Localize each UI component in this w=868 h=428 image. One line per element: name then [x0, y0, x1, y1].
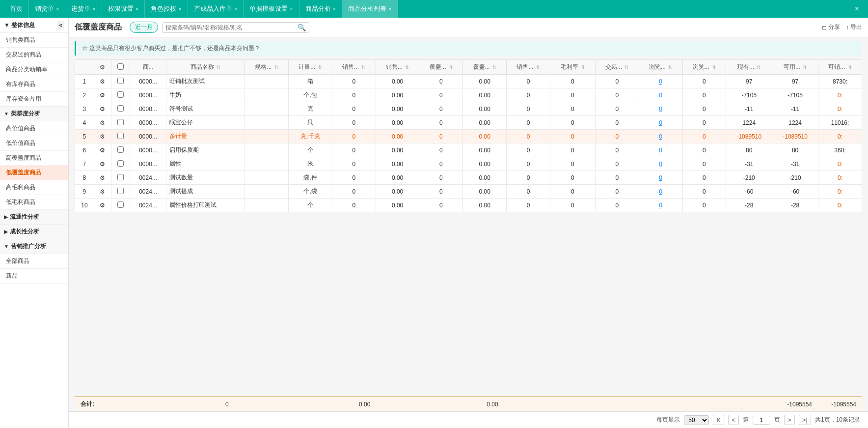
- sidebar-section-3[interactable]: ▶ 成长性分析: [0, 225, 68, 239]
- table-row[interactable]: 10⚙0024...属性价格打印测试个00.0000.0000000-28-28…: [75, 199, 862, 212]
- nav-close-icon[interactable]: ×: [136, 6, 138, 12]
- sidebar-section-4[interactable]: ▼ 营销推广分析: [0, 239, 68, 254]
- sidebar-item-全部商品[interactable]: 全部商品: [0, 254, 68, 269]
- settings-icon[interactable]: ⚙: [100, 188, 105, 195]
- nav-item-单据模板设置[interactable]: 单据模板设置 ×: [244, 0, 299, 18]
- share-button[interactable]: ⊏ 分享: [822, 23, 840, 31]
- table-row[interactable]: 7⚙0000...属性米00.0000.0000000-31-310:: [75, 157, 862, 171]
- row-checkbox[interactable]: [117, 174, 124, 180]
- nav-close-icon[interactable]: ×: [56, 6, 59, 12]
- col-header-spec[interactable]: 规格... ⇅: [245, 60, 289, 75]
- sidebar-item-交易过的商品[interactable]: 交易过的商品: [0, 48, 68, 62]
- nav-close-icon[interactable]: ×: [290, 6, 293, 12]
- row-checkbox[interactable]: [117, 133, 124, 139]
- last-page-button[interactable]: >|: [799, 415, 811, 425]
- cell-view1[interactable]: 0: [639, 157, 682, 171]
- sidebar-item-新品[interactable]: 新品: [0, 269, 68, 284]
- table-row[interactable]: 8⚙0024...测试数量袋,件00.0000.0000000-210-2100…: [75, 171, 862, 185]
- row-checkbox[interactable]: [117, 188, 124, 194]
- col-header-current_stock[interactable]: 现有... ⇅: [726, 60, 772, 75]
- sidebar-item-高价值商品[interactable]: 高价值商品: [0, 121, 68, 136]
- col-header-checkbox[interactable]: [111, 60, 130, 75]
- search-input[interactable]: [165, 24, 298, 31]
- first-page-button[interactable]: K: [713, 415, 724, 425]
- col-header-cover1[interactable]: 覆盖... ⇅: [419, 60, 463, 75]
- col-header-code[interactable]: 商...: [130, 60, 166, 75]
- settings-icon[interactable]: ⚙: [100, 78, 105, 85]
- sidebar-item-高毛利商品[interactable]: 高毛利商品: [0, 180, 68, 195]
- sidebar-item-高覆盖度商品[interactable]: 高覆盖度商品: [0, 151, 68, 166]
- select-all-checkbox[interactable]: [117, 63, 124, 70]
- col-header-view1[interactable]: 浏览... ⇅: [639, 60, 682, 75]
- row-checkbox[interactable]: [117, 146, 124, 153]
- sidebar-section-1[interactable]: ▼ 类群度分析: [0, 107, 68, 121]
- sidebar-collapse-button[interactable]: «: [57, 21, 64, 29]
- cell-view1[interactable]: 0: [639, 102, 682, 116]
- prev-page-button[interactable]: <: [728, 415, 739, 425]
- cell-view1[interactable]: 0: [639, 116, 682, 130]
- col-header-unit[interactable]: 计量... ⇅: [288, 60, 332, 75]
- col-header-gross_margin[interactable]: 毛利率 ⇅: [550, 60, 596, 75]
- cell-view1[interactable]: 0: [639, 171, 682, 185]
- col-header-name[interactable]: 商品名称 ⇅: [166, 60, 245, 75]
- row-checkbox[interactable]: [117, 119, 124, 125]
- settings-icon[interactable]: ⚙: [100, 161, 105, 168]
- settings-icon[interactable]: ⚙: [100, 119, 105, 126]
- col-header-sales_qty[interactable]: 销售... ⇅: [332, 60, 376, 75]
- sidebar-item-低价值商品[interactable]: 低价值商品: [0, 136, 68, 151]
- date-filter-button[interactable]: 近一月: [130, 22, 158, 33]
- table-row[interactable]: 6⚙0000...启用保质期个00.0000.00000008080360:: [75, 143, 862, 157]
- row-checkbox[interactable]: [117, 105, 124, 112]
- col-header-trade[interactable]: 交易... ⇅: [595, 60, 639, 75]
- col-header-view2[interactable]: 浏览... ⇅: [682, 60, 726, 75]
- nav-item-角色授权[interactable]: 角色授权 ×: [145, 0, 188, 18]
- nav-item-商品分析[interactable]: 商品分析 ×: [299, 0, 342, 18]
- nav-close-icon[interactable]: ×: [388, 6, 391, 12]
- settings-icon[interactable]: ⚙: [100, 202, 105, 209]
- cell-view1[interactable]: 0: [639, 88, 682, 102]
- export-button[interactable]: ↑ 导出: [846, 23, 862, 31]
- nav-close-icon[interactable]: ×: [92, 6, 95, 12]
- next-page-button[interactable]: >: [784, 415, 795, 425]
- table-row[interactable]: 5⚙0000...多计量克,千克00.0000.0000000-1089510-…: [75, 130, 862, 143]
- col-header-sales_amt[interactable]: 销售... ⇅: [376, 60, 419, 75]
- col-header-sellable[interactable]: 可销... ⇅: [818, 60, 862, 75]
- row-checkbox[interactable]: [117, 78, 124, 84]
- sidebar-item-有库存商品[interactable]: 有库存商品: [0, 77, 68, 92]
- sidebar-item-库存资金占用[interactable]: 库存资金占用: [0, 92, 68, 107]
- window-close-button[interactable]: ×: [850, 4, 864, 13]
- sidebar-item-销售类商品[interactable]: 销售类商品: [0, 33, 68, 48]
- col-header-cover2[interactable]: 覆盖... ⇅: [463, 60, 507, 75]
- cell-view1[interactable]: 0: [639, 130, 682, 143]
- row-checkbox[interactable]: [117, 160, 124, 167]
- nav-item-权限设置[interactable]: 权限设置 ×: [102, 0, 145, 18]
- sidebar-section-2[interactable]: ▶ 流通性分析: [0, 210, 68, 225]
- settings-icon[interactable]: ⚙: [100, 174, 105, 181]
- cell-view1[interactable]: 0: [639, 75, 682, 88]
- table-row[interactable]: 9⚙0024...测试提成个,袋00.0000.0000000-60-600:: [75, 185, 862, 199]
- table-row[interactable]: 3⚙0000...符号测试克00.0000.0000000-11-110:: [75, 102, 862, 116]
- cell-view1[interactable]: 0: [639, 143, 682, 157]
- nav-close-icon[interactable]: ×: [333, 6, 336, 12]
- row-checkbox[interactable]: [117, 91, 124, 98]
- sidebar-item-低毛利商品[interactable]: 低毛利商品: [0, 195, 68, 210]
- page-number-input[interactable]: [753, 416, 770, 425]
- table-row[interactable]: 2⚙0000...牛奶个,包00.0000.0000000-7105-71050…: [75, 88, 862, 102]
- col-header-sales3[interactable]: 销售... ⇅: [507, 60, 550, 75]
- table-container[interactable]: ⚙商...商品名称 ⇅规格... ⇅计量... ⇅销售... ⇅销售... ⇅覆…: [75, 59, 862, 396]
- settings-icon[interactable]: ⚙: [100, 147, 105, 154]
- per-page-select[interactable]: 50 10 20 100: [684, 415, 709, 425]
- nav-item-进货单[interactable]: 进货单 ×: [65, 0, 102, 18]
- table-row[interactable]: 4⚙0000...眠宝公仔只00.0000.000000012241224110…: [75, 116, 862, 130]
- settings-icon[interactable]: ⚙: [100, 133, 105, 140]
- table-row[interactable]: 1⚙0000...旺铺批次测试箱00.0000.000000097978730:: [75, 75, 862, 88]
- nav-item-产成品入库单[interactable]: 产成品入库单 ×: [188, 0, 244, 18]
- sidebar-item-低覆盖度商品[interactable]: 低覆盖度商品: [0, 166, 68, 180]
- cell-view1[interactable]: 0: [639, 185, 682, 199]
- settings-icon[interactable]: ⚙: [100, 92, 105, 99]
- nav-item-销货单[interactable]: 销货单 ×: [29, 0, 65, 18]
- nav-close-icon[interactable]: ×: [234, 6, 237, 12]
- nav-item-商品分析列表[interactable]: 商品分析列表 ×: [342, 0, 398, 18]
- row-checkbox[interactable]: [117, 201, 124, 208]
- sidebar-item-商品分类动销率[interactable]: 商品分类动销率: [0, 62, 68, 77]
